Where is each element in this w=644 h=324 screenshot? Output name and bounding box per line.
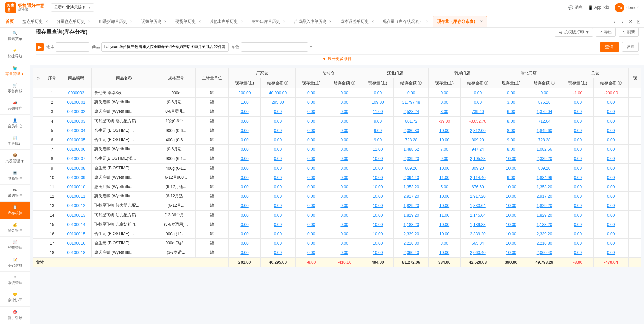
cell-name: 惠氏启赋 (Wyeth illu...: [92, 192, 157, 201]
gear-icon[interactable]: ⚙: [36, 76, 40, 81]
company-selector[interactable]: 母婴行业演示陈套 ▼: [51, 3, 94, 12]
cell-zc-amt: 0.00: [594, 173, 629, 182]
tab-transfer[interactable]: 调拨单历史 ✕: [137, 16, 171, 27]
print-arrow: ▼: [585, 30, 589, 35]
footer-na-amt: 42,620.08: [460, 258, 495, 267]
footer-label: 合计: [33, 258, 229, 267]
sidebar-item-wholesale[interactable]: 📦 批发管理▼: [0, 150, 30, 167]
cell-lcc-amt: 0.00: [327, 239, 362, 248]
th-na-stock: 现存量(主): [429, 78, 461, 88]
user-area[interactable]: Ea demo2: [615, 3, 639, 12]
tab-home[interactable]: 首页: [1, 16, 18, 27]
cell-yb-amt: 1,884.96: [527, 173, 562, 182]
close-icon[interactable]: ✕: [45, 20, 48, 24]
cell-current: [629, 107, 641, 117]
cell-gear: [33, 135, 43, 145]
tab-requisition[interactable]: 要货单历史 ✕: [171, 16, 205, 27]
sidebar-item-marketing[interactable]: 📣 营销推广: [0, 97, 30, 115]
sidebar-item-base-info[interactable]: 📝 基础信息: [0, 254, 30, 272]
tab-stock-dist[interactable]: 现存量（库存分布表） ✕: [433, 16, 487, 27]
tab-other-out[interactable]: 其他出库单历史 ✕: [205, 16, 248, 27]
filter-goods: 商品: [92, 42, 229, 52]
close-icon[interactable]: ✕: [164, 20, 167, 24]
cell-na-stock: 10.00: [429, 164, 461, 173]
cell-lcc-stock: 0.00: [295, 220, 327, 229]
close-icon[interactable]: ✕: [371, 20, 374, 24]
sidebar-item-system[interactable]: ⚙ 系统管理: [0, 272, 30, 289]
table-footer: 合计 201.00 40,295.00 -8.00 -416.16 494.00…: [33, 258, 641, 267]
color-input[interactable]: [241, 42, 308, 52]
tab-material-out[interactable]: 材料出库单历史 ✕: [248, 16, 290, 27]
query-btn[interactable]: 查询: [600, 42, 619, 52]
export-btn[interactable]: ↗ 导出: [596, 28, 616, 37]
sidebar-item-purchase[interactable]: 🛍 采购管理: [0, 185, 30, 202]
tab-inventory-single[interactable]: 盘点单历史 ✕: [18, 16, 52, 27]
cell-lcc-stock: 0.00: [295, 164, 327, 173]
tab-label: 其他出库单历史: [210, 19, 238, 25]
sidebar-item-inventory[interactable]: 📋 库存核算: [0, 202, 30, 219]
tab-assembly[interactable]: 组装拆卸单历史 ✕: [95, 16, 137, 27]
tab-nav-prev[interactable]: ‹: [610, 17, 619, 26]
close-icon[interactable]: ✕: [130, 20, 132, 24]
cell-code: 00100010: [61, 182, 92, 192]
sidebar-item-shortcut[interactable]: ⚡ 快捷导航: [0, 45, 30, 62]
cell-jbd-amt: 2,339.20: [394, 154, 429, 164]
sidebar-item-guide[interactable]: 🎯 新手引导: [0, 307, 30, 324]
cell-yb-stock: 0.00: [495, 88, 527, 98]
tab-product-in[interactable]: 产成品入库单历史 ✕: [290, 16, 336, 27]
expand-more-conditions[interactable]: ▼ 展开更多条件: [36, 54, 639, 63]
sidebar-item-search[interactable]: 🔍 搜索英单: [0, 28, 30, 45]
print-btn[interactable]: 🖨 按模版打印 ▼: [555, 28, 593, 37]
page-title-row: 现存量查询(库存分布) 🖨 按模版打印 ▼ ↗ 导出 ↻ 刷新: [36, 28, 639, 37]
table-row: 13 00100012 飞鹤星飞帆 较大婴儿配... (6-12月... 罐 0…: [33, 201, 641, 211]
sidebar-item-member[interactable]: 👤 会员中心: [0, 115, 30, 132]
print-icon: 🖨: [558, 30, 562, 35]
close-icon[interactable]: ✕: [329, 20, 332, 24]
tab-nav-close[interactable]: ✕: [627, 17, 635, 26]
cell-spec: (6-12月适...: [157, 192, 195, 201]
close-icon[interactable]: ✕: [240, 20, 243, 24]
sidebar-item-collab[interactable]: 🤝 企业协同: [0, 289, 30, 307]
expand-collapse-btn[interactable]: ▶: [36, 43, 44, 51]
close-icon[interactable]: ✕: [198, 20, 201, 24]
tab-dist-inventory[interactable]: 分量盘点单历史 ✕: [52, 16, 95, 27]
cell-yb-amt: 2,339.20: [527, 229, 562, 239]
cell-jbd-stock: 9.00: [362, 126, 394, 135]
warehouse-input[interactable]: [56, 42, 89, 52]
cell-czc-stock: 0.00: [229, 117, 261, 126]
cell-czc-amt: 0.00: [260, 201, 295, 211]
cell-current: [629, 135, 641, 145]
tab-cost-adjust[interactable]: 成本调整单历史 ✕: [336, 16, 378, 27]
cell-unit: 罐: [195, 117, 229, 126]
sidebar-item-ecommerce[interactable]: 💻 电商管理: [0, 167, 30, 185]
close-icon[interactable]: ✕: [88, 20, 90, 24]
goods-input[interactable]: [101, 42, 229, 52]
close-icon[interactable]: ✕: [283, 20, 285, 24]
table-row: 9 00100008 合生元 (BIOSTIME) ... 400g (6-1.…: [33, 164, 641, 173]
refresh-btn[interactable]: ↻ 刷新: [619, 28, 639, 37]
setting-btn[interactable]: 设置: [622, 42, 639, 52]
app-download-btn[interactable]: 📱 App下载: [588, 5, 609, 10]
sidebar-item-retail-store[interactable]: 🛒 零售商城: [0, 80, 30, 97]
cell-czc-amt: 295.00: [260, 98, 295, 107]
cell-name: 惠氏启赋 (Wyeth illu...: [92, 107, 157, 117]
close-icon[interactable]: ✕: [426, 20, 428, 24]
cell-lcc-amt: 0.00: [327, 117, 362, 126]
message-btn[interactable]: 💬 消息: [568, 5, 583, 10]
close-icon[interactable]: ✕: [480, 20, 483, 24]
cell-lcc-stock: 0.00: [295, 126, 327, 135]
cell-name: 飞鹤星飞帆 幼儿配方奶...: [92, 211, 157, 220]
refresh-icon: ↻: [622, 30, 626, 35]
cell-yb-amt: 2,917.20: [527, 192, 562, 201]
tab-nav-expand[interactable]: ⊡: [635, 17, 643, 26]
cell-na-stock: 10.00: [429, 229, 461, 239]
sidebar-item-retail-mgmt[interactable]: 🏪 零售管理▲: [0, 62, 30, 80]
sidebar-item-finance[interactable]: 💰 资金管理: [0, 219, 30, 237]
tab-stock-status[interactable]: 现存量（库存状况表） ✕: [378, 16, 433, 27]
sidebar-item-retail-stats[interactable]: 📊 零售统计: [0, 132, 30, 150]
cell-jbd-stock: 10.00: [362, 229, 394, 239]
cell-jbd-amt: 728.28: [394, 135, 429, 145]
cell-jbd-stock: 10.00: [362, 248, 394, 258]
tab-nav-next[interactable]: ›: [619, 17, 627, 26]
sidebar-item-operations[interactable]: 📈 经营管理: [0, 237, 30, 254]
